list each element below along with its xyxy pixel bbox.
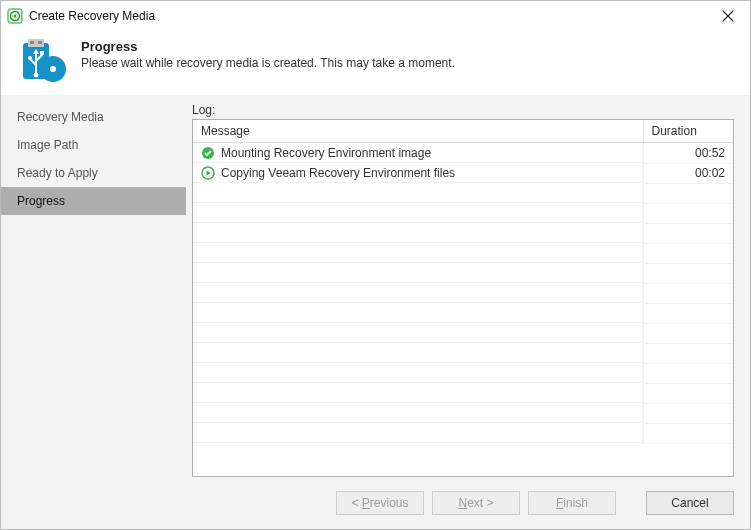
svg-rect-16 [40, 51, 44, 55]
wizard-main: Log: Message Duration [186, 95, 750, 477]
wizard-header: Progress Please wait while recovery medi… [1, 31, 750, 95]
svg-point-12 [34, 73, 39, 78]
log-row: Copying Veeam Recovery Environment files… [193, 163, 733, 183]
log-duration: 00:52 [643, 143, 733, 164]
wizard-body: Recovery Media Image Path Ready to Apply… [1, 95, 750, 477]
check-circle-icon [201, 146, 215, 160]
app-icon [7, 8, 23, 24]
log-table: Message Duration [192, 119, 734, 477]
svg-point-6 [50, 66, 56, 72]
sidebar-step-ready-to-apply[interactable]: Ready to Apply [1, 159, 186, 187]
cancel-button[interactable]: Cancel [646, 491, 734, 515]
previous-button: < Previous [336, 491, 424, 515]
log-col-duration[interactable]: Duration [643, 120, 733, 143]
sidebar-step-progress[interactable]: Progress [1, 187, 186, 215]
wizard-sidebar: Recovery Media Image Path Ready to Apply… [1, 95, 186, 477]
log-message: Mounting Recovery Environment image [221, 146, 431, 160]
wizard-window: Create Recovery Media [0, 0, 751, 530]
svg-rect-9 [30, 41, 34, 44]
log-label: Log: [192, 103, 734, 117]
titlebar: Create Recovery Media [1, 1, 750, 31]
close-button[interactable] [706, 1, 750, 31]
play-circle-icon [201, 166, 215, 180]
log-duration: 00:02 [643, 163, 733, 183]
svg-point-14 [28, 56, 32, 60]
header-text: Progress Please wait while recovery medi… [81, 37, 455, 85]
svg-point-2 [14, 15, 17, 18]
close-icon [722, 10, 734, 22]
sidebar-step-image-path[interactable]: Image Path [1, 131, 186, 159]
page-heading: Progress [81, 39, 455, 54]
log-col-message[interactable]: Message [193, 120, 643, 143]
svg-rect-10 [38, 41, 42, 44]
wizard-footer: < Previous Next > Finish Cancel [1, 477, 750, 529]
finish-button: Finish [528, 491, 616, 515]
next-button: Next > [432, 491, 520, 515]
log-header-row: Message Duration [193, 120, 733, 143]
log-row: Mounting Recovery Environment image 00:5… [193, 143, 733, 164]
window-title: Create Recovery Media [29, 9, 706, 23]
sidebar-step-recovery-media[interactable]: Recovery Media [1, 103, 186, 131]
page-subheading: Please wait while recovery media is crea… [81, 56, 455, 70]
log-message: Copying Veeam Recovery Environment files [221, 166, 455, 180]
usb-disc-icon [19, 37, 67, 85]
